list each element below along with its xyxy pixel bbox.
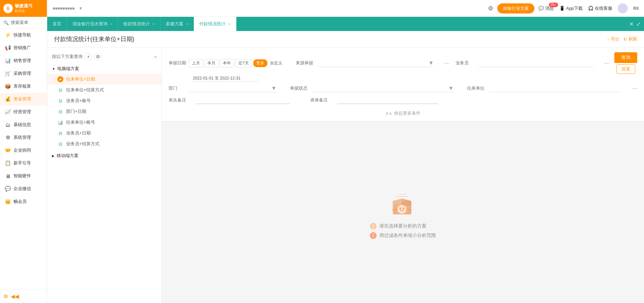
topbar-service[interactable]: 🎧 在线客服 bbox=[588, 5, 612, 11]
filter-settings-btn[interactable]: 设置 bbox=[616, 64, 635, 74]
tab-new-plan[interactable]: 新建方案 × bbox=[160, 17, 194, 31]
sidebar-item-purchase[interactable]: 🛒 采购管理 bbox=[0, 67, 47, 80]
source-doc-select[interactable]: ▼ bbox=[318, 59, 434, 67]
sidebar-item-enterprise[interactable]: 🤝 企业协同 bbox=[0, 144, 47, 157]
sidebar-item-inventory[interactable]: 📦 库存核算 bbox=[0, 80, 47, 93]
empty-illustration bbox=[386, 186, 420, 219]
plan-item-partner-date[interactable]: ● 往来单位+日期 bbox=[47, 74, 162, 85]
sidebar-item-sales[interactable]: 📊 销售管理 bbox=[0, 54, 47, 67]
settings-bottom-icon[interactable]: ⚙ bbox=[3, 293, 8, 300]
collapse-sidebar-icon[interactable]: ◀◀ bbox=[11, 293, 19, 300]
tab-home[interactable]: 首页 bbox=[47, 17, 67, 31]
plan-item-partner-settlement[interactable]: ⊟ 往来单位+结算方式 bbox=[47, 85, 162, 95]
sales-icon: 📊 bbox=[5, 58, 11, 64]
salesman-dots[interactable]: ··· bbox=[604, 60, 609, 67]
dept-arrow[interactable]: ▼ bbox=[271, 85, 276, 91]
export-btn[interactable]: ↑ 导出 bbox=[607, 36, 620, 42]
sidebar-item-basic[interactable]: 🗂 基础信息 bbox=[0, 118, 47, 131]
plan-item-label: 部门+日期 bbox=[66, 109, 86, 115]
sidebar-item-guide[interactable]: 📋 新手引导 bbox=[0, 157, 47, 170]
dept-input[interactable] bbox=[189, 84, 271, 92]
tab-home-label: 首页 bbox=[53, 21, 61, 27]
date-range-input[interactable] bbox=[191, 75, 258, 82]
sidebar-item-label: 智能硬件 bbox=[13, 173, 31, 179]
basic-icon: 🗂 bbox=[5, 122, 11, 128]
empty-tip-2: 2 用过滤条件来缩小分析范围 bbox=[370, 232, 436, 239]
svg-line-7 bbox=[393, 209, 397, 210]
date-7days-btn[interactable]: 近7天 bbox=[235, 59, 252, 67]
empty-tip-1: 1 请先选择要分析的方案 bbox=[370, 223, 436, 230]
page-header-actions: ↑ 导出 ↻ 刷新 bbox=[607, 36, 638, 42]
salesman-input[interactable] bbox=[478, 59, 594, 67]
salesman-select[interactable] bbox=[478, 59, 594, 67]
source-doc-arrow[interactable]: ▼ bbox=[428, 60, 434, 66]
tab-receivable-close[interactable]: × bbox=[152, 22, 154, 26]
plan-item-table-icon: ⊟ bbox=[57, 130, 63, 136]
plan-group-desktop-title[interactable]: ▼ 电脑端方案 bbox=[47, 64, 162, 74]
source-doc-input[interactable] bbox=[318, 59, 429, 67]
doc-status-input[interactable] bbox=[312, 84, 448, 92]
topbar-dropdown-arrow[interactable]: ▼ bbox=[79, 6, 83, 11]
sidebar-item-system[interactable]: ⚙ 系统管理 bbox=[0, 131, 47, 144]
sidebar-item-quick-nav[interactable]: ⚡ 快捷导航 bbox=[0, 29, 47, 41]
date-more-btn[interactable]: 更多 bbox=[253, 59, 267, 67]
service-icon: 🎧 bbox=[588, 6, 593, 11]
trial-btn[interactable]: 体验行业方案 bbox=[497, 3, 534, 13]
refresh-btn[interactable]: ↻ 刷新 bbox=[623, 36, 637, 42]
sidebar-item-label: 采购管理 bbox=[13, 70, 31, 77]
plan-settings-btn[interactable]: ⚙ bbox=[94, 53, 101, 60]
breadcrumb: ■■■■■■■■■ bbox=[53, 6, 75, 11]
sidebar-item-marketing[interactable]: 📢 营销推广 bbox=[0, 41, 47, 54]
date-this-month-btn[interactable]: 本月 bbox=[204, 59, 218, 67]
sidebar-item-member[interactable]: 👑 畅会员 bbox=[0, 195, 47, 208]
date-last-month-btn[interactable]: 上月 bbox=[189, 59, 203, 67]
doc-status-arrow[interactable]: ▼ bbox=[448, 85, 453, 91]
sidebar-item-finance[interactable]: 💰 资金管理 bbox=[0, 93, 47, 105]
plan-group-mobile-title[interactable]: ▶ 移动端方案 bbox=[47, 151, 162, 161]
app-label: App下载 bbox=[566, 5, 583, 11]
add-plan-btn[interactable]: + bbox=[85, 53, 92, 60]
tab-receivable[interactable]: 收款情况统计 × bbox=[118, 17, 160, 31]
source-doc-dots[interactable]: ··· bbox=[444, 60, 449, 67]
partner-select[interactable] bbox=[489, 84, 622, 92]
topbar-right: 💬 消息 99+ 📱 App下载 🎧 在线客服 Rit bbox=[538, 3, 639, 13]
doc-status-select[interactable]: ▼ bbox=[312, 84, 453, 92]
topbar-msg[interactable]: 💬 消息 99+ bbox=[538, 5, 554, 11]
tabbar: 首页 现金银行流水查询 × 收款情况统计 × 新建方案 × 付款情况统计 × ✕… bbox=[47, 17, 644, 31]
plan-item-table-icon: ⊟ bbox=[57, 98, 63, 104]
tabbar-close-btn[interactable]: ✕ bbox=[629, 21, 634, 27]
date-this-year-btn[interactable]: 本年 bbox=[220, 59, 234, 67]
plan-item-salesman-account[interactable]: ⊟ 业务员+账号 bbox=[47, 95, 162, 106]
body-note-input-wrap bbox=[337, 96, 438, 104]
plan-group-mobile: ▶ 移动端方案 bbox=[47, 151, 162, 161]
topbar-app-download[interactable]: 📱 App下载 bbox=[559, 5, 583, 11]
sidebar-item-wechat[interactable]: 💬 企业微信 bbox=[0, 182, 47, 195]
inventory-icon: 📦 bbox=[5, 83, 11, 89]
header-note-input[interactable] bbox=[196, 96, 290, 104]
plan-item-partner-account[interactable]: 📊 往来单位+账号 bbox=[47, 117, 162, 128]
dept-select[interactable]: ▼ bbox=[189, 84, 276, 92]
topbar-settings-icon[interactable]: ⚙ bbox=[488, 5, 493, 12]
plan-item-salesman-date[interactable]: ⊟ 业务员+日期 bbox=[47, 128, 162, 139]
partner-input[interactable] bbox=[489, 84, 622, 92]
sidebar-search[interactable]: 🔍 搜索菜单 bbox=[0, 17, 47, 29]
partner-dots[interactable]: ··· bbox=[632, 85, 637, 92]
avatar[interactable] bbox=[618, 3, 628, 13]
plan-item-salesman-settlement[interactable]: ⊟ 业务员+结算方式 bbox=[47, 139, 162, 149]
collapse-conditions-btn[interactable]: ∧∧ 收起更多条件 bbox=[169, 108, 637, 116]
tab-payment-stat[interactable]: 付款情况统计 × bbox=[194, 17, 236, 31]
tab-cash-flow-close[interactable]: × bbox=[110, 22, 112, 26]
plan-item-dept-date[interactable]: ⊟ 部门+日期 bbox=[47, 106, 162, 117]
sidebar-item-hardware[interactable]: 🖥 智能硬件 bbox=[0, 170, 47, 182]
tab-new-plan-label: 新建方案 bbox=[166, 21, 183, 27]
tabbar-expand-btn[interactable]: ⤢ bbox=[636, 21, 641, 27]
tab-new-plan-close[interactable]: × bbox=[186, 22, 188, 26]
query-btn[interactable]: 查询 bbox=[614, 52, 637, 63]
tab-cash-flow[interactable]: 现金银行流水查询 × bbox=[67, 17, 118, 31]
tabbar-actions: ✕ ⤢ bbox=[626, 17, 644, 31]
sidebar-item-operation[interactable]: 📈 经营管理 bbox=[0, 105, 47, 118]
tab-receivable-label: 收款情况统计 bbox=[123, 21, 150, 27]
body-note-input[interactable] bbox=[337, 96, 438, 104]
tab-payment-stat-close[interactable]: × bbox=[228, 22, 230, 26]
collapse-panel-btn[interactable]: « bbox=[154, 54, 157, 59]
